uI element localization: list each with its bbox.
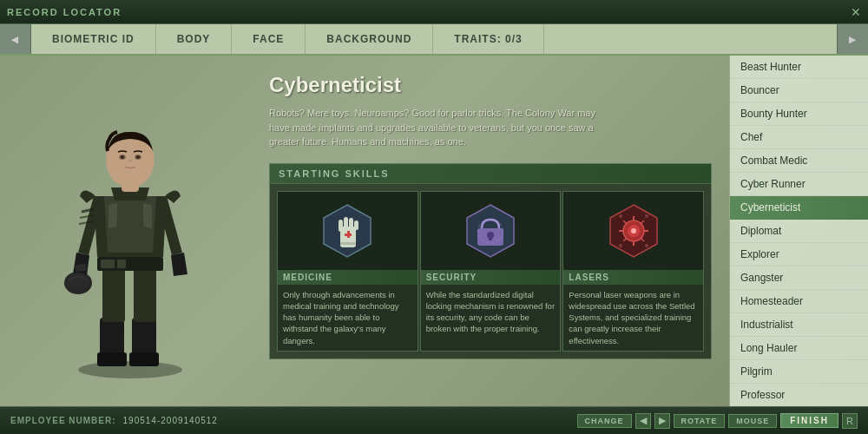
skill-desc-lasers: Personal laser weapons are in widespread… [563, 285, 703, 351]
list-item[interactable]: Combat Medic [730, 149, 868, 173]
next-icon[interactable]: ▶ [654, 413, 670, 429]
svg-point-35 [631, 228, 636, 233]
svg-rect-25 [347, 231, 350, 238]
skill-desc-security: While the standardized digital locking m… [421, 285, 561, 339]
skill-card-security: SECURITY While the standardized digital … [420, 191, 562, 352]
medicine-icon-area [278, 192, 418, 270]
finish-icon[interactable]: R [842, 413, 858, 429]
rotate-button[interactable]: ROTATE [674, 414, 726, 428]
tab-body[interactable]: BODY [156, 24, 233, 54]
svg-rect-5 [102, 266, 125, 322]
background-list: Beast HunterBouncerBounty HunterChefComb… [729, 56, 868, 406]
prev-icon[interactable]: ◀ [635, 413, 651, 429]
character-area [0, 56, 260, 406]
tab-traits[interactable]: TRAITS: 0/3 [433, 24, 543, 54]
svg-point-17 [67, 273, 89, 290]
character-figure [35, 83, 226, 378]
svg-point-47 [645, 214, 648, 218]
svg-point-46 [619, 214, 622, 218]
bottom-buttons: CHANGE ◀ ▶ ROTATE MOUSE FINISH R [577, 413, 858, 429]
background-description: Robots? Mere toys. Neuroamps? Good for p… [269, 106, 616, 149]
background-title: Cyberneticist [269, 73, 712, 97]
list-item[interactable]: Industrialist [730, 313, 868, 337]
list-item[interactable]: Gangster [730, 266, 868, 290]
nav-bar: ◀ BIOMETRIC ID BODY FACE BACKGROUND TRAI… [0, 24, 868, 56]
main-content: Cyberneticist Robots? Mere toys. Neuroam… [0, 56, 868, 406]
svg-rect-6 [134, 266, 156, 322]
svg-rect-20 [339, 220, 343, 232]
svg-point-14 [121, 155, 125, 159]
list-item[interactable]: Long Hauler [730, 337, 868, 360]
mouse-mode-button[interactable]: MOUSE [728, 414, 777, 428]
svg-rect-3 [97, 352, 127, 366]
record-locator-label: RECORD LOCATOR [7, 7, 122, 17]
svg-rect-4 [129, 352, 159, 366]
tab-biometric-id[interactable]: BIOMETRIC ID [31, 24, 156, 54]
list-item[interactable]: Beast Hunter [730, 56, 868, 79]
tab-background[interactable]: BACKGROUND [306, 24, 433, 54]
bottom-bar: EMPLOYEE NUMBER: 190514-2009140512 CHANG… [0, 406, 868, 434]
list-item[interactable]: Cyber Runner [730, 173, 868, 196]
svg-point-15 [136, 155, 141, 159]
list-item[interactable]: Cyberneticist [730, 196, 868, 220]
svg-rect-8 [101, 260, 115, 268]
skill-card-lasers: LASERS Personal laser weapons are in wid… [562, 191, 704, 352]
skill-desc-medicine: Only through advancements in medical tra… [278, 285, 418, 351]
svg-rect-22 [349, 218, 353, 229]
svg-rect-23 [354, 220, 358, 230]
lasers-icon-area [563, 192, 703, 270]
list-item[interactable]: Bouncer [730, 79, 868, 102]
svg-point-44 [619, 244, 622, 247]
svg-rect-26 [340, 242, 356, 245]
list-item[interactable]: Bounty Hunter [730, 102, 868, 126]
list-item[interactable]: Professor [730, 384, 868, 406]
finish-button[interactable]: FINISH [780, 413, 838, 428]
security-icon-area [421, 192, 561, 270]
svg-point-45 [645, 244, 648, 247]
skill-name-security: SECURITY [421, 270, 561, 285]
employee-number: 190514-2009140512 [123, 416, 218, 425]
skills-container: STARTING SKILLS [269, 163, 712, 359]
list-item[interactable]: Chef [730, 126, 868, 149]
list-item[interactable]: Diplomat [730, 220, 868, 243]
skills-grid: MEDICINE Only through advancements in me… [270, 184, 711, 358]
info-panel: Cyberneticist Robots? Mere toys. Neuroam… [260, 56, 729, 406]
skill-name-medicine: MEDICINE [278, 270, 418, 285]
list-item[interactable]: Explorer [730, 243, 868, 266]
employee-label: EMPLOYEE NUMBER: [10, 416, 116, 425]
nav-prev-button[interactable]: ◀ [0, 24, 31, 54]
close-icon[interactable]: ✕ [851, 5, 861, 19]
tab-face[interactable]: FACE [232, 24, 306, 54]
svg-rect-21 [344, 217, 348, 229]
skill-card-medicine: MEDICINE Only through advancements in me… [277, 191, 418, 352]
svg-rect-9 [117, 260, 126, 268]
svg-rect-30 [489, 235, 492, 240]
skills-header: STARTING SKILLS [270, 164, 711, 184]
change-button[interactable]: CHANGE [577, 414, 632, 428]
list-item[interactable]: Pilgrim [730, 360, 868, 384]
list-item[interactable]: Homesteader [730, 290, 868, 313]
top-bar: RECORD LOCATOR ✕ [0, 0, 868, 24]
skill-name-lasers: LASERS [563, 270, 703, 285]
nav-next-button[interactable]: ▶ [837, 24, 868, 54]
